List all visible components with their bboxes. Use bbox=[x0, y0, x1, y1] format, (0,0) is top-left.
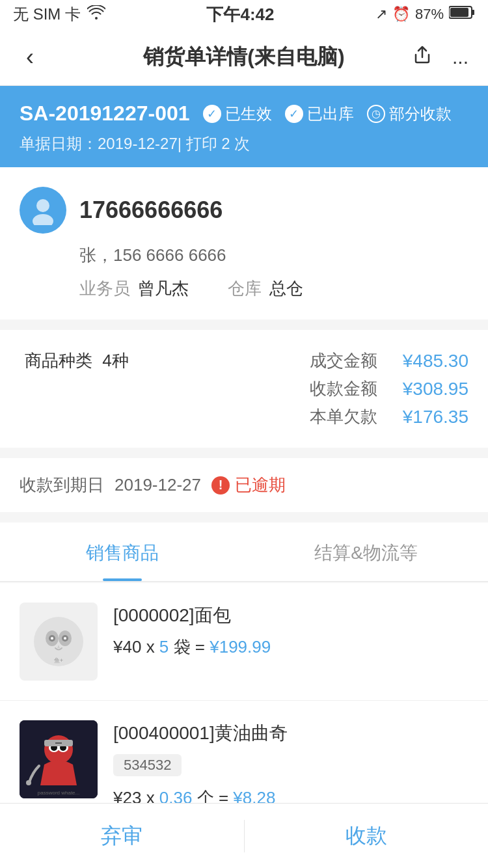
bottom-bar: 弃审 收款 bbox=[0, 803, 488, 868]
salesman-label: 业务员 bbox=[79, 277, 130, 300]
tab-sales-products[interactable]: 销售商品 bbox=[0, 522, 244, 581]
overdue-icon: ! bbox=[211, 476, 230, 495]
amount-label: 成交金额 bbox=[310, 349, 377, 372]
tabs-row: 销售商品 结算&物流等 bbox=[0, 522, 488, 582]
svg-text:鱼+: 鱼+ bbox=[54, 657, 63, 664]
customer-meta: 业务员 曾凡杰 仓库 总仓 bbox=[20, 277, 468, 300]
status-active-label: 已生效 bbox=[225, 103, 272, 124]
share-icon[interactable] bbox=[412, 44, 433, 70]
product-name-1: [0000002]面包 bbox=[113, 603, 468, 628]
status-shipped-label: 已出库 bbox=[307, 103, 354, 124]
product-total-1: ¥199.99 bbox=[210, 637, 271, 657]
status-partial: ◷ 部分收款 bbox=[367, 103, 452, 124]
svg-rect-1 bbox=[472, 10, 474, 15]
status-bar-right: ↗ ⏰ 87% bbox=[375, 5, 475, 23]
back-button[interactable]: ‹ bbox=[20, 37, 40, 77]
product-multiply-1: x bbox=[146, 637, 159, 657]
order-date-row: 单据日期：2019-12-27| 打印 2 次 bbox=[20, 133, 468, 154]
customer-phone: 17666666666 bbox=[79, 197, 223, 224]
payment-due-date: 2019-12-27 bbox=[115, 475, 201, 495]
amount-row: 成交金额 ¥485.30 bbox=[310, 349, 468, 372]
order-date-value: 2019-12-27 bbox=[98, 135, 178, 152]
location-icon: ↗ bbox=[375, 6, 387, 23]
product-thumb-1: 鱼+ bbox=[20, 603, 98, 681]
nav-bar: ‹ 销货单详情(来自电脑) ... bbox=[0, 29, 488, 86]
nav-right-actions: ... bbox=[412, 44, 468, 70]
abandon-review-button[interactable]: 弃审 bbox=[0, 809, 244, 863]
summary-section: 商品种类 4种 成交金额 ¥485.30 收款金额 ¥308.95 本单欠款 ¥… bbox=[0, 330, 488, 448]
payment-due-label: 收款到期日 bbox=[20, 474, 104, 496]
carrier-label: 无 SIM 卡 bbox=[13, 4, 81, 25]
product-price-1: ¥40 bbox=[113, 637, 141, 657]
tab-settlement[interactable]: 结算&物流等 bbox=[244, 522, 488, 581]
product-equals-1: = bbox=[195, 637, 210, 657]
svg-point-20 bbox=[26, 780, 31, 785]
product-thumb-2: password whate... bbox=[20, 720, 98, 798]
print-info: | 打印 2 次 bbox=[178, 135, 251, 152]
avatar bbox=[20, 187, 66, 234]
product-type-label: 商品种类 bbox=[25, 351, 92, 370]
product-image-2: password whate... bbox=[20, 720, 98, 798]
status-partial-label: 部分收款 bbox=[389, 103, 452, 124]
order-id-row: SA-20191227-001 ✓ 已生效 ✓ 已出库 ◷ 部分收款 bbox=[20, 102, 468, 126]
salesman-value: 曾凡杰 bbox=[138, 277, 189, 300]
product-id-1: [0000002]面包 bbox=[113, 605, 231, 625]
status-active: ✓ 已生效 bbox=[203, 103, 272, 124]
warehouse-value: 总仓 bbox=[269, 277, 303, 300]
wifi-icon bbox=[87, 5, 105, 23]
product-price-row-1: ¥40 x 5 袋 = ¥199.99 bbox=[113, 636, 468, 658]
received-value: ¥308.95 bbox=[390, 379, 468, 400]
overdue-badge: ! 已逾期 bbox=[211, 474, 286, 496]
product-unit-1: 袋 bbox=[174, 637, 191, 657]
order-header-banner: SA-20191227-001 ✓ 已生效 ✓ 已出库 ◷ 部分收款 单据日期：… bbox=[0, 86, 488, 167]
owed-row: 本单欠款 ¥176.35 bbox=[310, 405, 468, 428]
warehouse-item: 仓库 总仓 bbox=[228, 277, 303, 300]
product-item: 鱼+ [0000002]面包 ¥40 x 5 袋 = ¥199.99 bbox=[0, 583, 488, 701]
svg-text:password whate...: password whate... bbox=[38, 790, 79, 796]
svg-rect-2 bbox=[450, 8, 468, 17]
payment-due-section: 收款到期日 2019-12-27 ! 已逾期 bbox=[0, 458, 488, 512]
product-image-1: 鱼+ bbox=[20, 603, 98, 681]
tabs-section: 销售商品 结算&物流等 bbox=[0, 522, 488, 582]
check-shipped-icon: ✓ bbox=[285, 105, 303, 123]
page-title: 销货单详情(来自电脑) bbox=[143, 43, 344, 72]
summary-left: 商品种类 4种 bbox=[20, 349, 129, 372]
status-bar-time: 下午4:42 bbox=[206, 3, 274, 26]
battery-icon bbox=[449, 5, 475, 23]
customer-section: 17666666666 张，156 6666 6666 业务员 曾凡杰 仓库 总… bbox=[0, 167, 488, 319]
product-id-2: [000400001]黄油曲奇 bbox=[113, 723, 288, 743]
summary-right: 成交金额 ¥485.30 收款金额 ¥308.95 本单欠款 ¥176.35 bbox=[310, 349, 468, 428]
order-date-label: 单据日期： bbox=[20, 135, 98, 152]
salesman-item: 业务员 曾凡杰 bbox=[79, 277, 189, 300]
order-id: SA-20191227-001 bbox=[20, 102, 190, 126]
alarm-icon: ⏰ bbox=[392, 6, 410, 23]
status-bar-left: 无 SIM 卡 bbox=[13, 4, 105, 25]
product-qty-1: 5 bbox=[159, 637, 169, 657]
amount-value: ¥485.30 bbox=[390, 351, 468, 372]
status-bar: 无 SIM 卡 下午4:42 ↗ ⏰ 87% bbox=[0, 0, 488, 29]
overdue-text: 已逾期 bbox=[235, 474, 286, 496]
product-type-value: 4种 bbox=[102, 351, 128, 370]
product-info-1: [0000002]面包 ¥40 x 5 袋 = ¥199.99 bbox=[113, 603, 468, 658]
svg-point-11 bbox=[64, 637, 66, 640]
svg-point-3 bbox=[36, 199, 49, 212]
customer-name-phone: 张，156 6666 6666 bbox=[20, 244, 468, 267]
svg-point-10 bbox=[51, 637, 53, 640]
clock-icon: ◷ bbox=[367, 105, 385, 123]
status-shipped: ✓ 已出库 bbox=[285, 103, 354, 124]
check-active-icon: ✓ bbox=[203, 105, 221, 123]
products-section: 鱼+ [0000002]面包 ¥40 x 5 袋 = ¥199.99 bbox=[0, 583, 488, 830]
product-name-2: [000400001]黄油曲奇 bbox=[113, 720, 468, 746]
collect-payment-button[interactable]: 收款 bbox=[245, 809, 489, 863]
product-sku-2: 534532 bbox=[113, 754, 182, 776]
product-type-item: 商品种类 4种 bbox=[20, 349, 129, 372]
received-label: 收款金额 bbox=[310, 377, 377, 400]
owed-label: 本单欠款 bbox=[310, 405, 377, 428]
product-info-2: [000400001]黄油曲奇 534532 ¥23 x 0.36 个 = ¥8… bbox=[113, 720, 468, 809]
warehouse-label: 仓库 bbox=[228, 277, 262, 300]
customer-row: 17666666666 bbox=[20, 187, 468, 234]
more-icon[interactable]: ... bbox=[452, 46, 468, 68]
battery-label: 87% bbox=[415, 6, 444, 23]
owed-value: ¥176.35 bbox=[390, 407, 468, 427]
received-row: 收款金额 ¥308.95 bbox=[310, 377, 468, 400]
